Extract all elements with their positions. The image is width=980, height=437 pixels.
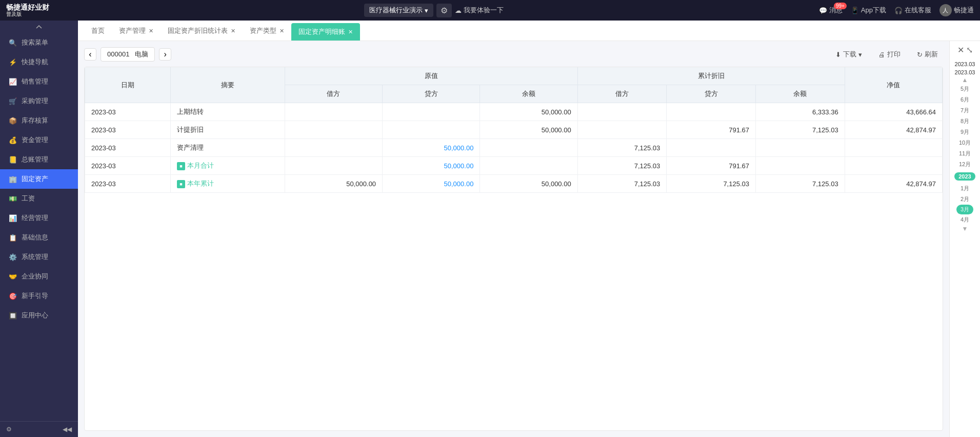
cell-date: 2023-03	[85, 103, 171, 121]
topbar-center: 医疗器械行业演示 ▾ ⚙ ☁ 我要体验一下	[364, 4, 504, 17]
cell-yz-balance: 50,000.00	[480, 175, 577, 193]
col-lj-credit: 贷方	[667, 85, 756, 103]
toolbar: ⬇ 下载 ▾ 🖨 打印 ↻ 刷新	[830, 48, 943, 61]
sidebar-collapse-icon[interactable]: ◀◀	[63, 426, 72, 433]
sidebar-item-search[interactable]: 🔍 搜索菜单	[0, 33, 78, 52]
timeline-month-6月[interactable]: 6月	[957, 94, 973, 105]
inventory-icon: 📦	[8, 116, 17, 125]
tab-depreciation-stat[interactable]: 固定资产折旧统计表✕	[161, 22, 243, 41]
print-button[interactable]: 🖨 打印	[873, 48, 906, 61]
tab-close-icon[interactable]: ✕	[279, 28, 284, 34]
experience-button[interactable]: ☁ 我要体验一下	[455, 6, 504, 15]
timeline-bottom-month-4月[interactable]: 4月	[956, 214, 973, 225]
cell-yz-credit	[383, 121, 480, 139]
tab-asset-type[interactable]: 资产类型✕	[243, 22, 291, 41]
asset-detail-table: 日期 摘要 原值 累计折旧 净值 借方 贷方 余额 借方	[85, 67, 943, 193]
expand-panel-icon[interactable]: ⤡	[966, 45, 973, 55]
topbar: 畅捷通好业财 普及版 医疗器械行业演示 ▾ ⚙ ☁ 我要体验一下 💬 消息 99…	[0, 0, 980, 21]
sys-mgmt-icon: ⚙️	[8, 252, 17, 262]
tab-close-icon[interactable]: ✕	[149, 28, 153, 34]
download-button[interactable]: ⬇ 下载 ▾	[830, 48, 867, 61]
cell-date: 2023-03	[85, 175, 171, 193]
cell-yz-credit: 50,000.00	[383, 139, 480, 157]
content-area: 首页资产管理✕固定资产折旧统计表✕资产类型✕固定资产明细账✕ ‹ 000001 …	[78, 21, 980, 437]
timeline-down-button[interactable]: ▼	[962, 225, 968, 232]
sidebar-item-label: 应用中心	[22, 311, 48, 320]
tab-asset-detail[interactable]: 固定资产明细账✕	[291, 23, 360, 41]
asset-id-display: 000001 电脑	[101, 47, 155, 62]
sidebar-item-quick-nav[interactable]: ⚡ 快捷导航	[0, 52, 78, 72]
sidebar-item-app-center[interactable]: 🔲 应用中心	[0, 306, 78, 325]
sidebar-item-label: 系统管理	[22, 252, 48, 262]
sidebar-item-basic-info[interactable]: 📋 基础信息	[0, 228, 78, 247]
tab-label: 首页	[91, 26, 105, 35]
timeline-bottom-month-2月[interactable]: 2月	[956, 194, 973, 205]
col-group-original: 原值	[285, 67, 577, 85]
print-icon: 🖨	[878, 51, 885, 58]
close-panel-icon[interactable]: ✕	[957, 45, 964, 58]
timeline-month-8月[interactable]: 8月	[957, 116, 973, 127]
cell-lj-debit: 7,125.03	[577, 175, 667, 193]
chevron-down-icon: ▾	[858, 51, 862, 58]
sidebar-item-label: 总账管理	[22, 155, 48, 164]
sidebar-item-purchase[interactable]: 🛒 采购管理	[0, 91, 78, 111]
cell-yz-balance: 50,000.00	[480, 103, 577, 121]
timeline-month-7月[interactable]: 7月	[957, 105, 973, 116]
timeline-month-12月[interactable]: 12月	[957, 159, 973, 170]
cell-yz-debit: 50,000.00	[285, 175, 382, 193]
timeline-month-10月[interactable]: 10月	[957, 137, 973, 148]
tab-close-icon[interactable]: ✕	[231, 28, 235, 34]
sidebar-item-label: 新手引导	[22, 291, 48, 301]
prev-asset-button[interactable]: ‹	[84, 48, 96, 61]
sidebar-item-sales[interactable]: 📈 销售管理	[0, 72, 78, 91]
sidebar-item-enterprise[interactable]: 🤝 企业协同	[0, 267, 78, 286]
settings-icon[interactable]: ⚙	[436, 4, 452, 17]
sidebar-item-finance[interactable]: 💰 资金管理	[0, 130, 78, 150]
timeline-bottom-month-1月[interactable]: 1月	[956, 183, 973, 194]
user-avatar[interactable]: 人 畅捷通	[939, 4, 974, 16]
tab-label: 固定资产折旧统计表	[168, 26, 228, 35]
sidebar-scroll-up[interactable]	[0, 21, 78, 33]
message-button[interactable]: 💬 消息 99+	[819, 6, 843, 15]
online-service-button[interactable]: 🎧 在线客服	[894, 6, 931, 15]
sidebar-item-payroll[interactable]: 💵 工资	[0, 189, 78, 208]
timeline-bottom-month-3月[interactable]: 3月	[956, 205, 973, 214]
timeline-month-5月[interactable]: 5月	[957, 84, 973, 94]
cell-lj-debit: 7,125.03	[577, 139, 667, 157]
sidebar-settings-icon[interactable]: ⚙	[6, 426, 12, 433]
sales-icon: 📈	[8, 77, 17, 86]
table-row: 2023-03 ■本月合计 50,000.00 7,125.03 791.67	[85, 157, 943, 175]
next-asset-button[interactable]: ›	[159, 48, 171, 61]
tab-home[interactable]: 首页	[84, 22, 112, 41]
sidebar-item-sys-mgmt[interactable]: ⚙️ 系统管理	[0, 247, 78, 267]
timeline-year[interactable]: 2023	[954, 172, 975, 181]
sidebar-item-inventory[interactable]: 📦 库存核算	[0, 111, 78, 130]
left-arrow-icon: ‹	[89, 50, 91, 59]
cell-net-value: 42,874.97	[845, 175, 942, 193]
refresh-button[interactable]: ↻ 刷新	[912, 48, 943, 61]
phone-icon: 📱	[851, 7, 859, 14]
company-selector[interactable]: 医疗器械行业演示 ▾	[364, 4, 433, 17]
timeline-up-button[interactable]: ▲	[962, 76, 968, 84]
timeline-month-9月[interactable]: 9月	[957, 127, 973, 137]
sidebar-item-fixed-assets[interactable]: 🏢 固定资产	[0, 169, 78, 189]
tab-asset-mgmt[interactable]: 资产管理✕	[112, 22, 161, 41]
sidebar-item-ledger[interactable]: 📒 总账管理	[0, 150, 78, 169]
cell-lj-credit: 7,125.03	[667, 175, 756, 193]
sidebar-item-operation[interactable]: 📊 经营管理	[0, 208, 78, 228]
sidebar-item-label: 库存核算	[22, 116, 48, 125]
app-center-icon: 🔲	[8, 311, 17, 320]
cell-lj-balance: 7,125.03	[755, 121, 845, 139]
headset-icon: 🎧	[894, 7, 903, 14]
app-download-button[interactable]: 📱 App下载	[851, 6, 886, 15]
col-lj-debit: 借方	[577, 85, 667, 103]
tab-close-icon[interactable]: ✕	[348, 29, 353, 35]
timeline-month-11月[interactable]: 11月	[957, 148, 973, 159]
col-date: 日期	[85, 67, 171, 103]
cell-yz-debit	[285, 139, 382, 157]
sidebar-item-label: 快捷导航	[22, 57, 48, 67]
sidebar-item-guide[interactable]: 🎯 新手引导	[0, 286, 78, 306]
cell-lj-balance: 7,125.03	[755, 175, 845, 193]
tab-label: 固定资产明细账	[298, 27, 345, 36]
fixed-assets-icon: 🏢	[8, 174, 17, 184]
